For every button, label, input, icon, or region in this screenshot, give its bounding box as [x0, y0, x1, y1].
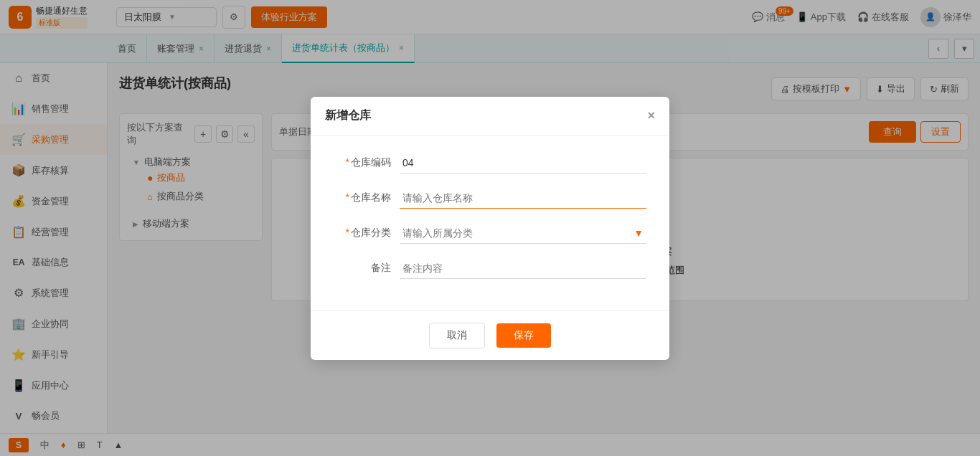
warehouse-note-row: 备注: [334, 258, 646, 279]
warehouse-name-input[interactable]: [400, 188, 646, 209]
warehouse-code-row: 仓库编码: [334, 153, 646, 174]
save-button[interactable]: 保存: [496, 323, 551, 348]
warehouse-category-input[interactable]: [402, 227, 633, 239]
warehouse-code-label: 仓库编码: [334, 156, 391, 169]
warehouse-category-label: 仓库分类: [334, 227, 391, 239]
modal-new-warehouse: 新增仓库 × 仓库编码 仓库名称 仓库分类 ▼: [311, 97, 669, 360]
cancel-button[interactable]: 取消: [429, 323, 485, 348]
modal-title: 新增仓库: [325, 108, 371, 123]
modal-footer: 取消 保存: [311, 310, 669, 360]
warehouse-category-row: 仓库分类 ▼: [334, 223, 646, 244]
warehouse-note-input[interactable]: [400, 258, 646, 279]
modal-close-button[interactable]: ×: [647, 109, 655, 122]
modal-body: 仓库编码 仓库名称 仓库分类 ▼ 备注: [311, 136, 669, 310]
warehouse-note-label: 备注: [334, 262, 391, 275]
warehouse-name-row: 仓库名称: [334, 188, 646, 209]
warehouse-name-label: 仓库名称: [334, 191, 391, 204]
modal-header: 新增仓库 ×: [311, 97, 669, 136]
warehouse-code-input[interactable]: [400, 153, 646, 174]
warehouse-category-select-wrap[interactable]: ▼: [400, 223, 646, 244]
modal-overlay[interactable]: 新增仓库 × 仓库编码 仓库名称 仓库分类 ▼: [0, 0, 980, 456]
category-dropdown-icon: ▼: [633, 227, 644, 239]
